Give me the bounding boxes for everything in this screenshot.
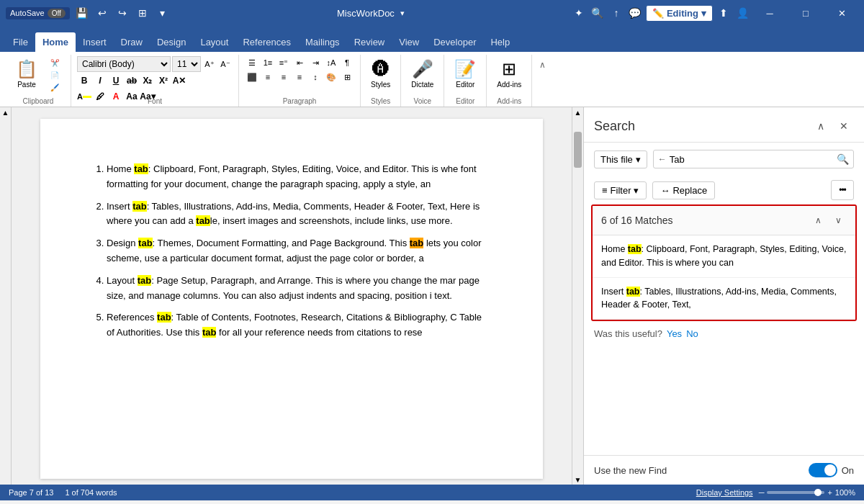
redo-icon[interactable]: ↪ (114, 5, 130, 21)
tab-file[interactable]: File (6, 32, 35, 52)
bold-button[interactable]: B (77, 73, 91, 88)
feedback-no-link[interactable]: No (686, 328, 698, 339)
tab-insert[interactable]: Insert (76, 32, 114, 52)
tab-draw[interactable]: Draw (114, 32, 150, 52)
tab-design[interactable]: Design (150, 32, 193, 52)
tab-layout[interactable]: Layout (193, 32, 235, 52)
strikethrough-button[interactable]: ab (125, 73, 139, 88)
tab-help[interactable]: Help (483, 32, 517, 52)
ribbon-collapse-button[interactable]: ∧ (535, 58, 549, 72)
font-color2-button[interactable]: A (109, 89, 123, 104)
toggle-switch[interactable]: On (809, 463, 854, 477)
addins-button[interactable]: ⊞ Add-ins (492, 56, 526, 91)
title-bar: AutoSave Off 💾 ↩ ↪ ⊞ ▾ MiscWorkDoc ▾ ✦ 🔍… (0, 0, 864, 26)
superscript-button[interactable]: X² (156, 73, 171, 88)
share-icon[interactable]: ↑ (608, 5, 624, 21)
zoom-slider[interactable] (767, 491, 824, 494)
document-scroll[interactable]: Home tab: Clipboard, Font, Paragraph, St… (12, 107, 572, 485)
back-icon[interactable]: ← (658, 154, 667, 164)
text-after-1: : Clipboard, Font, Paragraph, Styles, Ed… (107, 163, 477, 189)
bullets-button[interactable]: ☰ (245, 56, 259, 69)
font-size-select[interactable]: 11 (172, 56, 201, 72)
copilot-icon[interactable]: ✦ (571, 5, 587, 21)
shading-button[interactable]: 🎨 (324, 71, 338, 84)
zoom-minus-button[interactable]: ─ (759, 488, 765, 497)
line-spacing-button[interactable]: ↕ (308, 71, 323, 84)
tab-developer[interactable]: Developer (426, 32, 483, 52)
scroll-up-btn[interactable]: ▲ (573, 107, 583, 117)
toggle-track[interactable] (809, 463, 837, 477)
editing-button[interactable]: ✏️ Editing ▾ (646, 5, 713, 22)
replace-button[interactable]: ↔ Replace (652, 181, 715, 199)
highlight-button[interactable]: 🖊 (93, 89, 107, 104)
maximize-button[interactable]: □ (789, 0, 822, 26)
align-right-button[interactable]: ≡ (276, 71, 291, 84)
results-nav-down-button[interactable]: ∨ (829, 212, 847, 229)
shrink-font-button[interactable]: A⁻ (218, 58, 233, 71)
borders-button[interactable]: ⊞ (340, 71, 354, 84)
view-dropdown-icon[interactable]: ▾ (155, 5, 171, 21)
sort-button[interactable]: ↕A (324, 56, 338, 69)
doc-dropdown-icon[interactable]: ▾ (400, 9, 405, 18)
results-nav-up-button[interactable]: ∧ (809, 212, 827, 229)
styles-button[interactable]: 🅐 Styles (366, 56, 395, 91)
tab-references[interactable]: References (235, 32, 297, 52)
search-input[interactable] (670, 154, 834, 165)
grow-font-button[interactable]: A⁺ (202, 58, 217, 71)
text-effects-button[interactable]: Aa (125, 89, 139, 104)
filter-button[interactable]: ≡ Filter ▾ (594, 181, 647, 199)
editor-button[interactable]: 📝 Editor (450, 56, 480, 91)
search-collapse-button[interactable]: ∧ (811, 116, 831, 136)
justify-button[interactable]: ≡ (292, 71, 307, 84)
search-glass-icon[interactable]: 🔍 (837, 153, 849, 165)
comments-icon[interactable]: 💬 (627, 5, 643, 21)
numbering-button[interactable]: 1≡ (261, 56, 275, 69)
more-options-button[interactable]: ••• (831, 180, 854, 200)
vertical-scrollbar[interactable]: ▲ ▼ (572, 107, 583, 485)
align-center-button[interactable]: ≡ (261, 71, 275, 84)
undo-icon[interactable]: ↩ (94, 5, 110, 21)
save-icon[interactable]: 💾 (74, 5, 90, 21)
scroll-down-btn[interactable]: ▼ (573, 474, 583, 485)
display-settings-link[interactable]: Display Settings (696, 488, 753, 497)
paste-button[interactable]: 📋 Paste (12, 56, 42, 93)
close-button[interactable]: ✕ (825, 0, 858, 26)
feedback-yes-link[interactable]: Yes (667, 328, 682, 339)
view-icon[interactable]: ⊞ (135, 5, 150, 21)
paste-label: Paste (17, 81, 36, 89)
ribbon-tabs: File Home Insert Draw Design Layout Refe… (0, 26, 864, 52)
font-name-select[interactable]: Calibri (Body) (77, 56, 171, 72)
align-left-button[interactable]: ⬛ (245, 71, 259, 84)
search-header-buttons: ∧ ✕ (811, 116, 854, 136)
clear-format-button[interactable]: A✕ (172, 73, 186, 88)
show-marks-button[interactable]: ¶ (340, 56, 354, 69)
italic-button[interactable]: I (93, 73, 107, 88)
subscript-button[interactable]: X₂ (140, 73, 155, 88)
autosave-toggle[interactable]: AutoSave Off (6, 7, 70, 19)
underline-button[interactable]: U (109, 73, 123, 88)
cut-button[interactable]: ✂️ (45, 58, 65, 68)
scroll-up-button[interactable]: ▲ (1, 107, 11, 117)
zoom-plus-button[interactable]: + (827, 488, 832, 497)
increase-indent-button[interactable]: ⇥ (308, 56, 323, 69)
copy-button[interactable]: 📄 (45, 70, 65, 81)
font-color-button[interactable]: A (77, 89, 91, 104)
search-result-item-1[interactable]: Home tab: Clipboard, Font, Paragraph, St… (593, 235, 855, 278)
account-icon[interactable]: 👤 (734, 5, 750, 21)
tab-review[interactable]: Review (347, 32, 392, 52)
format-painter-button[interactable]: 🖌️ (45, 82, 65, 93)
tab-view[interactable]: View (392, 32, 426, 52)
text-before-2: Insert (107, 201, 132, 212)
multilevel-button[interactable]: ≡⁼ (276, 56, 291, 69)
search-scope-selector[interactable]: This file ▾ (594, 150, 647, 168)
dictate-button[interactable]: 🎤 Dictate (407, 56, 438, 91)
autosave-label: AutoSave (10, 9, 45, 17)
minimize-button[interactable]: ─ (753, 0, 786, 26)
tab-mailings[interactable]: Mailings (298, 32, 347, 52)
share2-icon[interactable]: ⬆ (716, 5, 732, 21)
search-close-button[interactable]: ✕ (834, 116, 854, 136)
tab-home[interactable]: Home (35, 32, 76, 52)
search-result-item-2[interactable]: Insert tab: Tables, Illustrations, Add-i… (593, 278, 855, 320)
search-icon[interactable]: 🔍 (590, 5, 606, 21)
decrease-indent-button[interactable]: ⇤ (292, 56, 307, 69)
